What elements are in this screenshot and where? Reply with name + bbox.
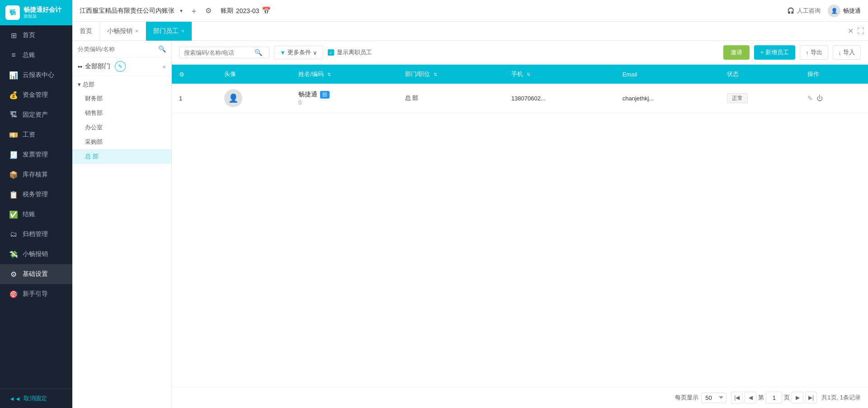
sidebar-item-label: 库存核算 bbox=[23, 171, 48, 179]
export-icon: ↑ bbox=[806, 49, 809, 56]
headset-icon: 🎧 bbox=[787, 7, 794, 14]
tab-home[interactable]: 首页 bbox=[72, 22, 100, 41]
import-icon: ↓ bbox=[839, 49, 842, 56]
last-page-button[interactable]: ▶| bbox=[805, 392, 817, 403]
employee-toolbar: 🔍 ▼ 更多条件 ∨ ✓ 显示离职员工 邀请 + 新增员工 bbox=[172, 41, 868, 65]
employee-search-box: 🔍 bbox=[179, 47, 269, 58]
next-page-button[interactable]: ▶ bbox=[792, 392, 803, 403]
filter-button[interactable]: ▼ 更多条件 ∨ bbox=[274, 46, 323, 59]
col-name[interactable]: 姓名/编码 ⇅ bbox=[291, 65, 397, 84]
col-phone[interactable]: 手机 ⇅ bbox=[504, 65, 615, 84]
employee-table-container: ⚙ 头像 姓名/编码 ⇅ 部门/职位 ⇅ bbox=[172, 65, 868, 387]
dept-item-sales[interactable]: 销售部 bbox=[72, 106, 171, 120]
export-button[interactable]: ↑ 导出 bbox=[800, 45, 828, 60]
invite-label: 邀请 bbox=[731, 49, 742, 56]
sidebar: 畅 畅捷通好会计 旗舰版 ⊞ 首页 ≡ 总账 📊 云报表中心 💰 资金管理 🏗 … bbox=[0, 0, 72, 408]
sidebar-item-label: 税务管理 bbox=[23, 190, 48, 199]
company-name: 江西服宝精品有限责任公司内账张 bbox=[80, 7, 175, 15]
employee-search-icon[interactable]: 🔍 bbox=[255, 49, 262, 56]
tab-expense-label: 小畅报销 bbox=[107, 27, 132, 35]
status-badge: 正常 bbox=[727, 93, 748, 103]
import-button[interactable]: ↓ 导入 bbox=[833, 45, 861, 60]
sidebar-item-invoice[interactable]: 🧾 发票管理 bbox=[0, 145, 72, 165]
table-row: 1 👤 畅捷通 部 0 bbox=[172, 84, 868, 113]
sidebar-item-expense[interactable]: 💸 小畅报销 bbox=[0, 244, 72, 264]
funds-icon: 💰 bbox=[9, 90, 18, 100]
prev-page-button[interactable]: ◀ bbox=[745, 392, 756, 403]
sidebar-item-settings[interactable]: ⚙ 基础设置 bbox=[0, 264, 72, 284]
page-suffix: 页 bbox=[784, 394, 790, 402]
col-email: Email bbox=[615, 65, 720, 84]
settings-gear-icon[interactable]: ⚙ bbox=[205, 6, 212, 15]
sidebar-item-funds[interactable]: 💰 资金管理 bbox=[0, 85, 72, 105]
tax-icon: 📋 bbox=[9, 190, 18, 199]
guide-icon: 🎯 bbox=[9, 289, 18, 299]
assets-icon: 🏗 bbox=[9, 110, 18, 119]
sidebar-item-home[interactable]: ⊞ 首页 bbox=[0, 25, 72, 45]
export-label: 导出 bbox=[811, 48, 822, 57]
customer-service-button[interactable]: 🎧 人工咨询 bbox=[787, 7, 821, 15]
sidebar-item-tax[interactable]: 📋 税务管理 bbox=[0, 185, 72, 204]
dept-tree: ▾ 总部 财务部 销售部 办公室 采购部 总 部 bbox=[72, 76, 171, 166]
dept-item-finance[interactable]: 财务部 bbox=[72, 91, 171, 106]
dept-item-general[interactable]: 总 部 bbox=[72, 149, 171, 164]
row-actions-cell: ✎ ⏻ bbox=[800, 84, 868, 113]
employee-search-input[interactable] bbox=[184, 49, 252, 56]
sidebar-item-label: 总账 bbox=[23, 51, 35, 59]
dept-item-procurement[interactable]: 采购部 bbox=[72, 135, 171, 149]
settings-icon: ⚙ bbox=[9, 270, 18, 279]
sidebar-item-guide[interactable]: 🎯 新手引导 bbox=[0, 284, 72, 304]
home-icon: ⊞ bbox=[9, 31, 18, 40]
sidebar-item-reports[interactable]: 📊 云报表中心 bbox=[0, 65, 72, 85]
total-records: 共1页, 1条记录 bbox=[821, 394, 861, 402]
tab-department-close[interactable]: × bbox=[181, 28, 184, 34]
dept-item-office[interactable]: 办公室 bbox=[72, 120, 171, 135]
col-avatar: 头像 bbox=[217, 65, 291, 84]
company-dropdown[interactable]: ▾ bbox=[180, 8, 183, 14]
tab-department[interactable]: 部门员工 × bbox=[146, 22, 192, 41]
close-tab-icon[interactable]: ✕ bbox=[848, 27, 854, 35]
logo-sub: 旗舰版 bbox=[24, 13, 61, 19]
tab-expense-close[interactable]: × bbox=[135, 28, 138, 34]
filter-label: 更多条件 bbox=[288, 48, 311, 57]
dept-search-input[interactable] bbox=[78, 46, 156, 52]
page-size-dropdown[interactable]: 10 20 50 100 bbox=[701, 393, 726, 403]
dept-edit-button[interactable]: ✎ bbox=[115, 61, 126, 72]
sidebar-item-payroll[interactable]: 💴 工资 bbox=[0, 125, 72, 145]
page-input[interactable] bbox=[766, 392, 782, 403]
unpin-label: 取消固定 bbox=[24, 394, 47, 403]
pagination: |◀ ◀ 第 页 ▶ ▶| bbox=[731, 392, 817, 403]
sidebar-item-inventory[interactable]: 📦 库存核算 bbox=[0, 165, 72, 185]
dept-collapse-icon[interactable]: « bbox=[162, 63, 166, 70]
logo-text-block: 畅捷通好会计 旗舰版 bbox=[24, 6, 61, 20]
add-employee-button[interactable]: + 新增员工 bbox=[754, 45, 795, 60]
col-dept[interactable]: 部门/职位 ⇅ bbox=[398, 65, 504, 84]
page-size-label: 每页显示 bbox=[675, 394, 698, 402]
user-menu[interactable]: 👤 畅捷通 bbox=[828, 5, 861, 17]
col-settings[interactable]: ⚙ bbox=[172, 65, 217, 84]
sidebar-item-ledger[interactable]: ≡ 总账 bbox=[0, 45, 72, 65]
show-resigned-checkbox-label[interactable]: ✓ 显示离职员工 bbox=[328, 48, 372, 57]
first-page-button[interactable]: |◀ bbox=[731, 392, 743, 403]
edit-button[interactable]: ✎ bbox=[807, 95, 813, 102]
tab-expense[interactable]: 小畅报销 × bbox=[100, 22, 146, 41]
period-label: 账期 bbox=[221, 7, 233, 15]
sidebar-item-assets[interactable]: 🏗 固定资产 bbox=[0, 105, 72, 125]
dept-search-icon[interactable]: 🔍 bbox=[158, 45, 166, 52]
invite-button[interactable]: 邀请 bbox=[723, 45, 750, 60]
add-company-button[interactable]: ＋ bbox=[190, 5, 198, 16]
tabs-actions: ✕ ⛶ bbox=[848, 27, 868, 35]
calendar-icon[interactable]: 📅 bbox=[262, 6, 271, 15]
dept-badge: 部 bbox=[320, 91, 330, 99]
show-resigned-checkbox[interactable]: ✓ bbox=[328, 49, 334, 56]
logout-button[interactable]: ⏻ bbox=[816, 95, 823, 102]
sidebar-item-archive[interactable]: 🗂 归档管理 bbox=[0, 224, 72, 244]
dept-tree-panel: 🔍 ▪▪ 全部部门 ✎ « ▾ 总部 财务部 销售部 办公室 bbox=[72, 41, 172, 408]
sidebar-item-closing[interactable]: ✅ 结账 bbox=[0, 204, 72, 224]
topbar: 江西服宝精品有限责任公司内账张 ▾ ＋ ⚙ 账期 2023-03 📅 🎧 人工咨… bbox=[72, 0, 868, 22]
logo-title: 畅捷通好会计 bbox=[24, 6, 61, 14]
sidebar-logo: 畅 畅捷通好会计 旗舰版 bbox=[0, 0, 72, 25]
expand-tab-icon[interactable]: ⛶ bbox=[857, 27, 864, 35]
dept-group-root[interactable]: ▾ 总部 bbox=[72, 78, 171, 91]
unpin-button[interactable]: ◄◄ 取消固定 bbox=[0, 389, 72, 408]
